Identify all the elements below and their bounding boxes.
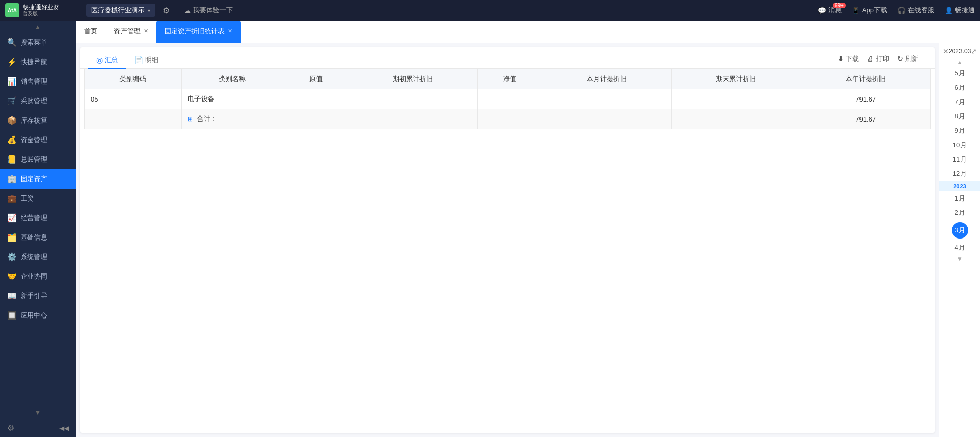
main-layout: ▲ 🔍 搜索菜单 ⚡ 快捷导航 📊 销售管理 🛒 采购管理 📦 库存核算 [0,21,980,437]
sidebar-collapse-icon[interactable]: ◀◀ [59,425,69,432]
toolbar: ⬇ 下载 🖨 打印 ↻ 刷新 [830,54,927,67]
table-header-row: 类别编码 类别名称 原值 期初累计折旧 净值 本月计提折旧 期末累计折旧 本年计… [85,69,931,89]
month-3-2023-selected[interactable]: 3月 [952,222,968,239]
sidebar-item-app-center[interactable]: 🔲 应用中心 [0,306,76,325]
tab-depreciation-table[interactable]: 固定资产折旧统计表 ✕ [156,21,241,43]
sidebar-item-guide[interactable]: 📖 新手引导 [0,286,76,306]
app-name-block: 畅捷通好业财 普及版 [23,4,59,17]
purchase-icon: 🛒 [7,96,16,106]
company-name: 医疗器械行业演示 [91,6,145,15]
tab-close-asset-management[interactable]: ✕ [144,28,148,34]
guide-icon: 📖 [7,291,16,301]
total-original [284,109,348,129]
app-download-label: App下载 [862,6,887,15]
sidebar-item-finance[interactable]: 💰 资金管理 [0,130,76,150]
col-header-name: 类别名称 [181,69,284,89]
summary-tab-icon: ◎ [96,56,103,64]
month-8-prev[interactable]: 8月 [939,109,980,124]
inventory-icon: 📦 [7,116,16,125]
total-empty [85,109,182,129]
tab-home[interactable]: 首页 [76,21,106,43]
tab-close-depreciation[interactable]: ✕ [228,28,232,34]
system-icon: ⚙️ [7,252,16,262]
month-6-prev[interactable]: 6月 [939,81,980,95]
scroll-up-indicator[interactable]: ▲ [956,58,964,66]
user-button[interactable]: 👤 畅捷通 [945,6,975,15]
asset-management-label: 资产管理 [114,27,141,36]
cell-monthly-dep [542,89,671,109]
settings-icon[interactable]: ⚙ [158,3,174,18]
month-10-prev[interactable]: 10月 [939,138,980,152]
cell-ending-dep [671,89,801,109]
scroll-down-indicator[interactable]: ▼ [956,255,964,263]
sidebar-item-basic-info[interactable]: 🗂️ 基础信息 [0,228,76,247]
refresh-button[interactable]: ↻ 刷新 [897,54,918,64]
user-name: 畅捷通 [955,6,975,15]
sub-tab-summary[interactable]: ◎ 汇总 [88,52,126,69]
tab-bar: 首页 资产管理 ✕ 固定资产折旧统计表 ✕ [76,21,980,43]
app-center-icon: 🔲 [7,311,16,320]
sidebar-item-salary[interactable]: 💼 工资 [0,189,76,208]
sub-tab-detail[interactable]: 📄 明细 [126,52,167,69]
month-9-prev[interactable]: 9月 [939,124,980,138]
main-panel: ◎ 汇总 📄 明细 ⬇ 下载 🖨 [80,47,935,433]
sidebar-label-operations: 经营管理 [21,213,47,223]
month-5-prev[interactable]: 5月 [939,66,980,81]
detail-tab-label: 明细 [145,55,158,65]
right-panel: ✕ 2023.03 ⤢ ▲ 5月 6月 7月 8月 9月 10月 11月 12月… [939,43,980,437]
month-4-2023[interactable]: 4月 [939,241,980,255]
current-tab-label: 固定资产折旧统计表 [165,27,225,36]
sidebar-item-quick-nav[interactable]: ⚡ 快捷导航 [0,52,76,72]
company-selector[interactable]: 医疗器械行业演示 ▾ [86,4,155,17]
print-button[interactable]: 🖨 打印 [867,54,889,64]
app-download-button[interactable]: 📱 App下载 [852,6,887,15]
sidebar-label-search: 搜索菜单 [21,38,47,47]
sidebar-item-sales[interactable]: 📊 销售管理 [0,72,76,91]
panel-close-icon[interactable]: ✕ [943,47,949,55]
month-11-prev[interactable]: 11月 [939,152,980,167]
sidebar-item-ledger[interactable]: 📒 总账管理 [0,150,76,169]
message-button[interactable]: 💬 消息 99+ [818,6,842,15]
online-service-button[interactable]: 🎧 在线客服 [897,6,934,15]
sidebar-scroll-down[interactable]: ▼ [0,406,76,419]
sidebar-item-enterprise[interactable]: 🤝 企业协同 [0,267,76,286]
user-icon: 👤 [945,7,953,14]
col-header-ending-dep: 期末累计折旧 [671,69,801,89]
sidebar-scroll-up[interactable]: ▲ [0,21,76,33]
tab-asset-management[interactable]: 资产管理 ✕ [106,21,156,43]
col-header-yearly-dep: 本年计提折旧 [801,69,931,89]
sidebar-item-fixed-assets[interactable]: 🏢 固定资产 [0,169,76,189]
sidebar-footer: ⚙ ◀◀ [0,419,76,437]
month-1-2023[interactable]: 1月 [939,191,980,206]
ledger-icon: 📒 [7,155,16,164]
col-header-beginning-dep: 期初累计折旧 [348,69,478,89]
panel-expand-icon[interactable]: ⤢ [971,47,977,55]
total-label: ⊞ 合计： [181,109,284,129]
footer-settings-icon[interactable]: ⚙ [7,423,14,433]
chevron-down-icon: ▾ [148,8,150,13]
finance-icon: 💰 [7,135,16,145]
top-header: AtA 畅捷通好业财 普及版 医疗器械行业演示 ▾ ⚙ ☁ 我要体验一下 💬 消… [0,0,980,21]
header-right: 💬 消息 99+ 📱 App下载 🎧 在线客服 👤 畅捷通 [818,6,975,15]
sidebar-label-basic-info: 基础信息 [21,233,47,242]
sidebar-item-system[interactable]: ⚙️ 系统管理 [0,247,76,267]
sidebar-item-search[interactable]: 🔍 搜索菜单 [0,33,76,52]
total-monthly-dep [542,109,671,129]
download-button[interactable]: ⬇ 下载 [838,54,859,64]
experience-button[interactable]: ☁ 我要体验一下 [184,6,233,15]
sidebar-label-guide: 新手引导 [21,291,47,301]
sidebar-label-ledger: 总账管理 [21,155,47,164]
cell-net-value [477,89,542,109]
message-badge: 99+ [833,3,846,8]
sidebar-item-operations[interactable]: 📈 经营管理 [0,208,76,228]
total-label-text: 合计： [197,115,217,123]
month-2-2023[interactable]: 2月 [939,206,980,220]
month-7-prev[interactable]: 7月 [939,95,980,109]
sidebar-item-inventory[interactable]: 📦 库存核算 [0,111,76,130]
cell-beginning-dep [348,89,478,109]
month-12-prev[interactable]: 12月 [939,167,980,181]
sales-icon: 📊 [7,77,16,86]
panel-date-label: 2023.03 [949,48,971,55]
sidebar-item-purchase[interactable]: 🛒 采购管理 [0,91,76,111]
table-wrapper: 类别编码 类别名称 原值 期初累计折旧 净值 本月计提折旧 期末累计折旧 本年计… [80,69,935,433]
